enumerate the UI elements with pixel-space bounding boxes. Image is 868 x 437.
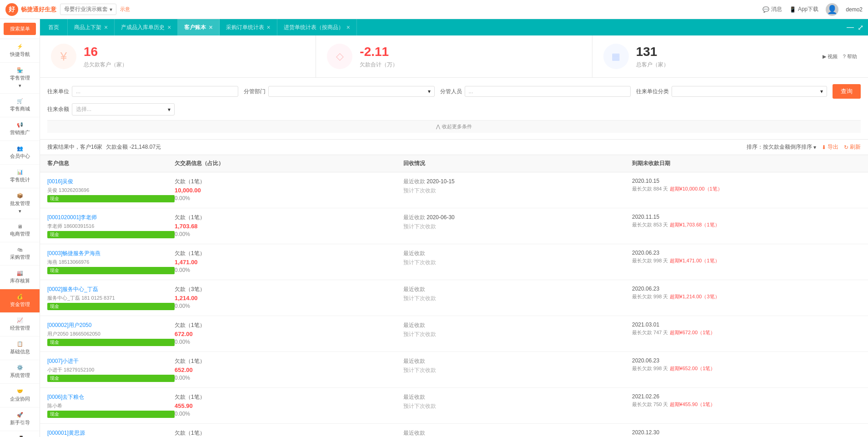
- sidebar-item-operations[interactable]: 📈 经营管理: [0, 313, 40, 337]
- debt-amount-5[interactable]: 652.00: [175, 367, 403, 373]
- debt-percent-2: 0.00%: [175, 267, 403, 273]
- debt-amount-text: -2.11 欠款合计（万）: [360, 45, 398, 69]
- table-row: [0007]小进干 小进干 18279152100 现金 欠款（1笔） 652.…: [40, 352, 868, 388]
- tab-production[interactable]: 产成品入库单历史 ×: [115, 19, 178, 35]
- avatar[interactable]: 👤: [826, 3, 838, 16]
- customer-tag-0: 现金: [47, 195, 175, 202]
- person-input-wrap[interactable]: ...: [465, 86, 631, 97]
- tab-stock-stats[interactable]: 进货单统计表（按商品） ×: [277, 19, 357, 35]
- customer-info-7: [000001]黄思源 黄思源 13552700226 现金: [47, 429, 175, 437]
- sidebar-item-wholesale[interactable]: 📦 批发管理 ▾: [0, 188, 40, 219]
- overdue-link-4[interactable]: 超期¥672.00（1笔）: [670, 330, 716, 335]
- tab-minimize-icon[interactable]: —: [847, 23, 854, 32]
- overdue-link-6[interactable]: 超期¥455.90（1笔）: [670, 402, 716, 407]
- tab-purchase-order-close[interactable]: ×: [267, 24, 271, 31]
- filter-collapse-button[interactable]: ⋀ 收起更多条件: [47, 120, 861, 133]
- sidebar-item-inventory[interactable]: 🏭 库存核算: [0, 266, 40, 289]
- debt-amount-2[interactable]: 1,471.00: [175, 259, 403, 266]
- sidebar-purchase-label: 采购管理: [10, 254, 30, 261]
- tab-products[interactable]: 商品上下架 ×: [68, 19, 115, 35]
- overdue-link-3[interactable]: 超期¥1,214.00（3笔）: [670, 294, 720, 299]
- overdue-link-5[interactable]: 超期¥652.00（1笔）: [670, 366, 716, 371]
- tab-customer-account[interactable]: 客户账本 ×: [178, 19, 219, 35]
- search-menu-button[interactable]: 搜索菜单: [4, 23, 36, 35]
- video-help-button[interactable]: ▶ 视频: [823, 53, 838, 60]
- store-selector[interactable]: 母婴行业演示账套 ▾: [60, 4, 116, 15]
- customer-name-2[interactable]: [0003]畅捷服务尹海燕: [47, 250, 175, 257]
- debt-amount-4[interactable]: 672.00: [175, 331, 403, 337]
- sidebar-wholesale-label: 批发管理: [10, 200, 30, 207]
- tab-bar: 首页 商品上下架 × 产成品入库单历史 × 客户账本 × 采购订单统计表 × 进…: [40, 19, 868, 35]
- wholesale-icon: 📦: [17, 193, 23, 199]
- message-button[interactable]: 💬 消息: [763, 5, 782, 13]
- filter-row-1: 往来单位 ... 分管部门 ▾ 分管人员 ... 往来单位分类: [47, 84, 861, 99]
- sidebar-item-retail-mall[interactable]: 🛒 零售商城: [0, 94, 40, 117]
- app-download-button[interactable]: 📱 App下载: [789, 5, 818, 13]
- sidebar-item-marketing[interactable]: 📢 营销推广: [0, 117, 40, 141]
- dept-select-wrap[interactable]: ▾: [268, 86, 435, 97]
- refresh-label: 刷新: [850, 143, 861, 151]
- tab-home[interactable]: 首页: [40, 19, 68, 35]
- unit-class-label: 往来单位分类: [636, 88, 669, 95]
- query-button[interactable]: 查询: [833, 84, 861, 99]
- balance-select-wrap[interactable]: 选择... ▾: [72, 103, 175, 116]
- tab-products-label: 商品上下架: [74, 24, 101, 31]
- debt-amount-6[interactable]: 455.90: [175, 402, 403, 409]
- help-button[interactable]: ? 帮助: [843, 53, 857, 60]
- enterprise-icon: 🤝: [17, 388, 23, 394]
- collapse-label: 收起更多条件: [442, 123, 472, 130]
- customer-name-7[interactable]: [000001]黄思源: [47, 429, 175, 437]
- sidebar-item-app-center[interactable]: 📲 应用中心: [0, 431, 40, 437]
- tab-stock-stats-close[interactable]: ×: [346, 24, 350, 31]
- sidebar-item-finance[interactable]: 💰 资金管理: [0, 289, 40, 313]
- sidebar-item-members[interactable]: 👥 会员中心: [0, 141, 40, 165]
- tab-products-close[interactable]: ×: [104, 24, 108, 31]
- overdue-link-0[interactable]: 超期¥10,000.00（1笔）: [670, 186, 722, 191]
- overdue-link-2[interactable]: 超期¥1,471.00（1笔）: [670, 258, 720, 263]
- sort-button[interactable]: 排序：按欠款金额倒序排序 ▾: [747, 143, 816, 151]
- sidebar-item-retail-stats[interactable]: 📊 零售统计: [0, 165, 40, 188]
- debt-amount-3[interactable]: 1,214.00: [175, 295, 403, 301]
- customer-name-0[interactable]: [0016]吴俊: [47, 178, 175, 186]
- sidebar-nav: ⚡ 快捷导航 🏪 零售管理 ▾ 🛒 零售商城 📢 营销推广 👥 会员中心 📊 零…: [0, 39, 40, 437]
- total-customers-icon-wrap: ▦: [603, 44, 629, 69]
- next-payment-6: 预计下次收款: [403, 402, 632, 410]
- sidebar-item-retail[interactable]: 🏪 零售管理 ▾: [0, 63, 40, 94]
- tab-production-close[interactable]: ×: [167, 24, 171, 31]
- debt-amount-label: 欠款合计（万）: [360, 61, 398, 69]
- debt-amount-1[interactable]: 1,703.68: [175, 223, 403, 230]
- debt-info-1: 欠款（1笔） 1,703.68 0.00%: [175, 214, 403, 238]
- recovery-info-1: 最近收款 2020-06-30 预计下次收款: [403, 214, 632, 238]
- customer-name-4[interactable]: [000002]用户2050: [47, 321, 175, 329]
- next-payment-0: 预计下次收款: [403, 187, 632, 195]
- sidebar-item-enterprise[interactable]: 🤝 企业协同: [0, 384, 40, 407]
- promotion-link[interactable]: 示意: [120, 6, 130, 13]
- export-button[interactable]: ⬇ 导出: [822, 143, 838, 151]
- refresh-button[interactable]: ↻ 刷新: [844, 143, 861, 151]
- from-unit-input-wrap[interactable]: ...: [72, 86, 238, 97]
- next-payment-2: 预计下次收款: [403, 259, 632, 266]
- sidebar-item-basic-info[interactable]: 📋 基础信息: [0, 337, 40, 360]
- sidebar-item-system[interactable]: ⚙️ 系统管理: [0, 360, 40, 384]
- last-payment-label-6: 最近收款: [403, 393, 632, 401]
- customer-name-6[interactable]: [0006]去下粮仓: [47, 393, 175, 401]
- unit-class-select-wrap[interactable]: ▾: [672, 86, 827, 97]
- tab-customer-account-close[interactable]: ×: [209, 24, 212, 31]
- overdue-date-3: 2020.06.23: [632, 286, 861, 292]
- filter-balance: 往来余额 选择... ▾: [47, 103, 175, 116]
- debt-amount-0[interactable]: 10,000.00: [175, 187, 403, 194]
- sidebar-item-quick-nav[interactable]: ⚡ 快捷导航: [0, 39, 40, 63]
- customer-name-3[interactable]: [0002]服务中心_丁磊: [47, 286, 175, 293]
- sidebar-item-guide[interactable]: 🚀 新手引导: [0, 407, 40, 431]
- overdue-detail-2: 最长欠款 998 天 超期¥1,471.00（1笔）: [632, 257, 861, 264]
- chevron-wholesale-icon: ▾: [19, 208, 21, 214]
- tab-expand-icon[interactable]: ⤢: [858, 23, 863, 32]
- total-customers-value: 131: [636, 45, 669, 59]
- sidebar-item-purchase[interactable]: 🛍 采购管理: [0, 242, 40, 266]
- overdue-link-1[interactable]: 超期¥1,703.68（1笔）: [670, 222, 720, 227]
- customer-name-1[interactable]: [0001020001]李老师: [47, 214, 175, 221]
- customer-name-5[interactable]: [0007]小进干: [47, 357, 175, 365]
- sidebar-item-ecommerce[interactable]: 🖥 电商管理: [0, 219, 40, 242]
- sidebar-mall-label: 零售商城: [10, 105, 30, 112]
- tab-purchase-order[interactable]: 采购订单统计表 ×: [220, 19, 277, 35]
